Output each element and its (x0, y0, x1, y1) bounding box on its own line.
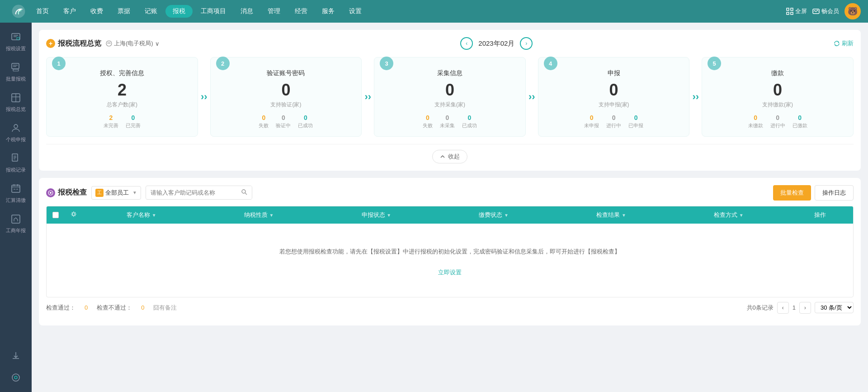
batch-check-button[interactable]: 批量检查 (773, 185, 811, 201)
collapse-button[interactable]: 收起 (432, 150, 467, 163)
step-count-4: 0 (546, 81, 682, 99)
sidebar-label-annual-report: 工商年报 (6, 227, 26, 234)
step-stats-1: 2 未完善 0 已完善 (54, 114, 190, 129)
prev-month-button[interactable]: ‹ (460, 37, 473, 50)
sidebar-location[interactable] (0, 367, 32, 388)
svg-rect-4 (791, 12, 793, 14)
col-check-result: 检查结果 ▼ (552, 206, 670, 224)
fullscreen-label: 全屏 (795, 7, 807, 15)
app-logo (7, 4, 30, 19)
tax-overview-icon (9, 91, 22, 104)
personal-tax-icon (9, 122, 22, 134)
stat-paying-5: 0 进行中 (770, 114, 785, 129)
user-avatar[interactable]: 🐻 (844, 3, 861, 19)
stat-val-unreported-4: 0 (590, 114, 594, 121)
nav-fee[interactable]: 收费 (84, 5, 109, 18)
table-footer: 检查通过： 0 检查不通过： 0 囧有备注 共0条记录 ‹ 1 › 30 条/页 (46, 297, 854, 318)
stat-label-verifying-2: 验证中 (276, 122, 291, 129)
sidebar-download[interactable] (0, 345, 32, 367)
sidebar-item-batch-tax[interactable]: 批量报税 (0, 57, 32, 87)
search-input[interactable] (146, 186, 236, 199)
arrow-2-3: ›› (362, 57, 374, 137)
fail-label: 检查不通过： (97, 304, 132, 312)
location-badge[interactable]: 上海(电子税局) ∨ (106, 39, 160, 48)
step-count-3: 0 (382, 81, 518, 99)
flow-step-2: 2 验证账号密码 0 支持验证(家) 0 失败 0 验证中 0 已成功 (210, 57, 362, 137)
sidebar-item-tax-settings[interactable]: 报税设置 (0, 26, 32, 57)
settings-header[interactable] (65, 206, 83, 224)
fail-count[interactable]: 0 (141, 304, 144, 311)
nav-commerce[interactable]: 工商项目 (194, 5, 232, 18)
check-icon (46, 188, 55, 197)
stat-label-fail-2: 失败 (259, 122, 269, 129)
download-icon (9, 349, 22, 362)
filter-icon-customer[interactable]: ▼ (152, 213, 156, 218)
col-tax-type: 纳税性质 ▼ (200, 206, 318, 224)
stat-fail-1: 2 未完善 (104, 114, 118, 129)
table-scroll[interactable]: 客户名称 ▼ 纳税性质 ▼ 申报状态 ▼ (47, 206, 853, 297)
vip-button[interactable]: 畅会员 (812, 7, 839, 15)
filter-icon-check-result[interactable]: ▼ (622, 213, 626, 218)
sidebar-item-tax-record[interactable]: 报税记录 (0, 148, 32, 178)
step-num-2: 2 (216, 57, 230, 70)
svg-rect-22 (12, 185, 20, 192)
svg-rect-28 (12, 215, 20, 223)
filter-icon-tax-type[interactable]: ▼ (269, 213, 274, 218)
stat-val-ok-1: 0 (132, 114, 135, 121)
sidebar-item-personal-tax[interactable]: 个税申报 (0, 117, 32, 148)
svg-point-30 (14, 376, 17, 379)
step-count-2: 0 (218, 81, 354, 99)
page-size-selector[interactable]: 30 条/页 (815, 302, 854, 313)
svg-line-36 (245, 193, 247, 195)
stat-unreported-4: 0 未申报 (584, 114, 599, 129)
staff-icon: 工 (95, 189, 104, 197)
pass-count[interactable]: 0 (85, 304, 88, 311)
svg-point-34 (50, 192, 52, 194)
step-subtitle-4: 支持申报(家) (546, 101, 682, 109)
svg-rect-13 (13, 69, 19, 71)
select-all-checkbox[interactable] (52, 212, 59, 218)
nav-settings[interactable]: 设置 (343, 5, 368, 18)
nav-management[interactable]: 管理 (261, 5, 287, 18)
filter-icon-payment-status[interactable]: ▼ (504, 213, 509, 218)
svg-point-17 (14, 124, 18, 128)
nav-customer[interactable]: 客户 (57, 5, 82, 18)
checkbox-header[interactable] (47, 206, 65, 224)
col-payment-status: 缴费状态 ▼ (435, 206, 552, 224)
next-month-button[interactable]: › (520, 37, 533, 50)
stat-ok-1: 0 已完善 (126, 114, 141, 129)
stat-label-ok-1: 已完善 (126, 122, 141, 129)
note-label: 囧有备注 (153, 304, 177, 312)
stat-val-inprogress-4: 0 (612, 114, 616, 121)
nav-accounting[interactable]: 记账 (138, 5, 164, 18)
nav-invoice[interactable]: 票据 (111, 5, 137, 18)
nav-message[interactable]: 消息 (234, 5, 259, 18)
sidebar-item-annual-report[interactable]: 工商年报 (0, 208, 32, 239)
nav-home[interactable]: 首页 (30, 5, 55, 18)
next-page-button[interactable]: › (799, 302, 811, 314)
collapse-bar: 收起 (46, 144, 854, 163)
filter-icon-check-method[interactable]: ▼ (739, 213, 744, 218)
stat-paid-5: 0 已缴款 (793, 114, 807, 129)
tax-record-icon (9, 152, 22, 165)
filter-icon-report-status[interactable]: ▼ (387, 213, 391, 218)
total-records: 共0条记录 (747, 304, 774, 312)
fullscreen-button[interactable]: 全屏 (786, 7, 807, 15)
setup-link[interactable]: 立即设置 (438, 269, 462, 276)
prev-page-button[interactable]: ‹ (777, 302, 789, 314)
sidebar-item-settlement[interactable]: 汇算清缴 (0, 178, 32, 208)
sidebar-label-tax-overview: 报税总览 (6, 106, 26, 113)
current-page: 1 (793, 304, 796, 311)
flow-step-5: 5 缴款 0 支持缴款(家) 0 未缴款 0 进行中 0 已缴款 (702, 57, 854, 137)
stat-label-paying-5: 进行中 (770, 122, 785, 129)
search-button[interactable] (236, 186, 252, 199)
step-stats-2: 0 失败 0 验证中 0 已成功 (218, 114, 354, 129)
arrow-1-2: ›› (198, 57, 210, 137)
nav-tax[interactable]: 报税 (165, 5, 193, 18)
operation-log-button[interactable]: 操作日志 (815, 185, 854, 201)
sidebar-item-tax-overview[interactable]: 报税总览 (0, 87, 32, 117)
nav-service[interactable]: 服务 (316, 5, 341, 18)
staff-selector[interactable]: 工 全部员工 ▼ (91, 186, 141, 200)
nav-operation[interactable]: 经营 (288, 5, 314, 18)
refresh-button[interactable]: 刷新 (834, 39, 854, 48)
